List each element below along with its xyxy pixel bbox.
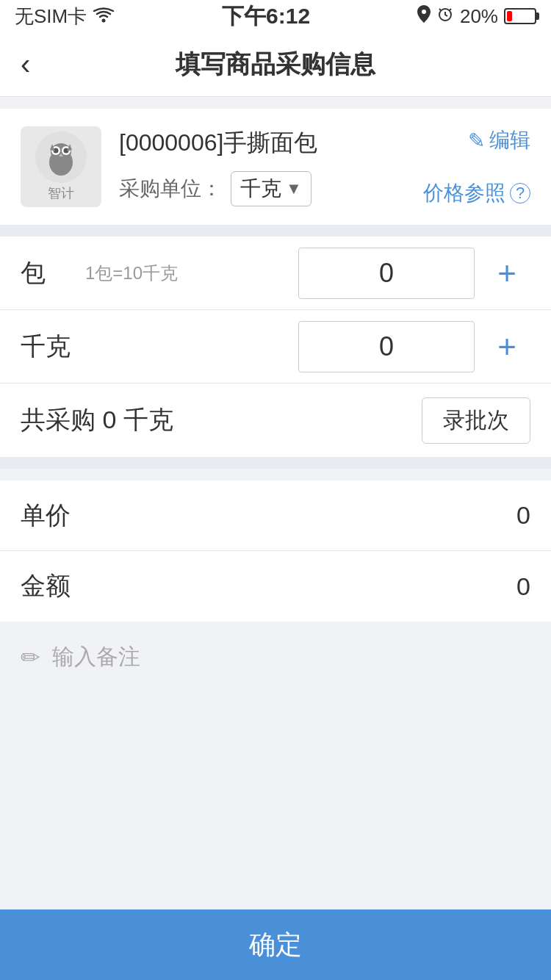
content-area [0, 693, 551, 913]
amount-row: 金额 0 [0, 551, 551, 621]
total-label: 共采购 0 千克 [21, 403, 173, 437]
price-ref-label: 价格参照 [423, 179, 505, 207]
amount-label: 金额 [21, 569, 71, 603]
quantity-row-pack: 包 1包=10千克 0 + [0, 237, 551, 310]
divider-2 [0, 457, 551, 469]
status-bar-time: 下午6:12 [222, 1, 310, 32]
edit-icon: ✎ [468, 129, 485, 153]
plus-icon-kg: + [497, 328, 516, 365]
confirm-label: 确定 [249, 927, 302, 963]
battery-percent: 20% [460, 5, 498, 28]
edit-label: 编辑 [489, 126, 530, 154]
chevron-down-icon: ▼ [286, 179, 302, 198]
pack-value: 0 [379, 258, 394, 289]
unit-select[interactable]: 千克 ▼ [231, 171, 311, 206]
quantity-section: 包 1包=10千克 0 + 千克 0 + [0, 237, 551, 383]
product-brand: 智计 [48, 184, 74, 202]
battery-icon [504, 8, 536, 24]
wifi-icon [93, 5, 115, 28]
total-unit: 千克 [123, 406, 173, 433]
total-row: 共采购 0 千克 录批次 [0, 383, 551, 457]
product-section: 智计 [0000006]手撕面包 采购单位： 千克 ▼ ✎ 编辑 价格参照 ? [0, 109, 551, 225]
note-placeholder: 输入备注 [52, 642, 140, 672]
confirm-button[interactable]: 确定 [0, 909, 551, 980]
carrier-label: 无SIM卡 [15, 4, 87, 29]
page-title: 填写商品采购信息 [176, 48, 375, 82]
unit-price-row: 单价 0 [0, 480, 551, 551]
quantity-row-kg: 千克 0 + [0, 310, 551, 383]
pack-input-area: 0 + [178, 248, 530, 299]
price-section: 单价 0 金额 0 [0, 480, 551, 621]
kg-quantity-input[interactable]: 0 [298, 321, 475, 372]
note-section[interactable]: ✏ 输入备注 [0, 621, 551, 693]
batch-button[interactable]: 录批次 [422, 397, 530, 444]
svg-point-0 [102, 18, 106, 22]
amount-value: 0 [516, 572, 530, 601]
price-reference-button[interactable]: 价格参照 ? [423, 179, 530, 207]
pack-sublabel: 1包=10千克 [85, 262, 178, 285]
main-content: ‹ 填写商品采购信息 [0, 32, 551, 980]
kg-value: 0 [379, 331, 394, 362]
unit-price-value: 0 [516, 501, 530, 530]
product-image: 智计 [21, 126, 101, 207]
pack-plus-button[interactable]: + [483, 250, 530, 297]
pencil-icon: ✏ [21, 644, 40, 671]
batch-label: 录批次 [443, 408, 509, 432]
pack-quantity-input[interactable]: 0 [298, 248, 475, 299]
unit-label: 采购单位： [119, 175, 222, 203]
back-button[interactable]: ‹ [21, 48, 30, 81]
plus-icon: + [497, 255, 516, 292]
pack-label: 包 [21, 256, 79, 290]
kg-input-area: 0 + [79, 321, 530, 372]
back-icon: ‹ [21, 48, 30, 80]
alarm-icon [436, 5, 454, 28]
unit-price-label: 单价 [21, 499, 71, 533]
status-bar-right: 20% [417, 5, 536, 28]
divider-1 [0, 225, 551, 237]
status-bar-left: 无SIM卡 [15, 4, 115, 29]
product-image-inner: 智计 [35, 131, 87, 202]
unit-value: 千克 [240, 175, 281, 203]
kg-plus-button[interactable]: + [483, 323, 530, 370]
location-icon [417, 5, 431, 28]
nav-bar: ‹ 填写商品采购信息 [0, 32, 551, 97]
total-amount: 0 [102, 406, 116, 433]
kg-label: 千克 [21, 330, 79, 364]
edit-button[interactable]: ✎ 编辑 [468, 126, 530, 154]
help-icon: ? [510, 183, 530, 203]
status-bar: 无SIM卡 下午6:12 20% [0, 0, 551, 32]
